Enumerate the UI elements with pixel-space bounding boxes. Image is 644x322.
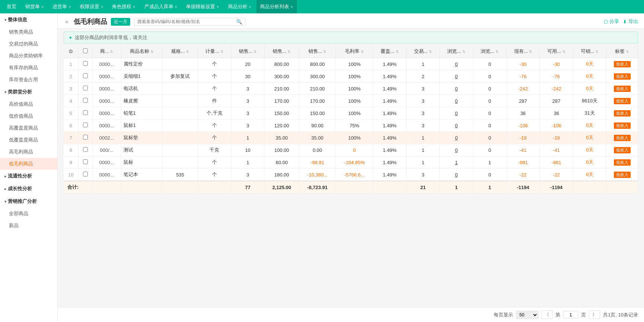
row-name[interactable]: 电话机 xyxy=(121,83,163,95)
row-checkbox[interactable] xyxy=(78,83,92,95)
row-view1[interactable]: 0 xyxy=(440,95,473,107)
row-code[interactable]: 0000... xyxy=(92,107,121,119)
close-icon[interactable]: × xyxy=(291,4,293,9)
row-code[interactable]: 0000... xyxy=(92,70,121,83)
nav-products-in[interactable]: 产成品入库单 × xyxy=(141,0,181,13)
sidebar-item-capital[interactable]: 库存资金占用 xyxy=(0,74,57,86)
row-checkbox[interactable] xyxy=(78,95,92,107)
row-name[interactable]: 笔记本 xyxy=(121,169,163,181)
nav-sales[interactable]: 销货单 × xyxy=(22,0,47,13)
row-name[interactable]: 铅笔1 xyxy=(121,107,163,119)
row-code[interactable]: 000/... xyxy=(92,144,121,156)
row-code[interactable]: 0000... xyxy=(92,58,121,70)
col-tag[interactable]: 标签 ⇅ xyxy=(606,45,638,58)
nav-analysis-list[interactable]: 商品分析列表 × xyxy=(256,0,297,13)
prev-page-btn[interactable]: 〈 xyxy=(541,310,552,319)
col-stock-available[interactable]: 可用... ⇅ xyxy=(540,45,573,58)
close-icon[interactable]: × xyxy=(249,4,251,9)
settings-icon[interactable]: ⚙ xyxy=(68,48,73,54)
next-page-btn[interactable]: 〉 xyxy=(589,310,600,319)
row-view1[interactable]: 0 xyxy=(440,169,473,181)
row-checkbox[interactable] xyxy=(78,119,92,132)
row-view1[interactable]: 0 xyxy=(440,107,473,119)
sidebar-group-growth[interactable]: ▸ 成长性分析 xyxy=(0,182,57,195)
row-checkbox[interactable] xyxy=(78,70,92,83)
close-icon[interactable]: × xyxy=(41,4,44,9)
nav-home[interactable]: 首页 xyxy=(3,0,20,13)
close-icon[interactable]: × xyxy=(101,4,103,9)
close-icon[interactable]: × xyxy=(175,4,177,9)
row-checkbox[interactable] xyxy=(78,169,92,181)
row-name[interactable]: 属性定价 xyxy=(121,58,163,70)
col-view2[interactable]: 浏览... ⇅ xyxy=(473,45,506,58)
row-view1[interactable]: 0 xyxy=(440,58,473,70)
sidebar-group-overall[interactable]: ▾ 整体信息 xyxy=(0,13,57,26)
row-name[interactable]: 鼠标1 xyxy=(121,119,163,132)
close-icon[interactable]: × xyxy=(133,4,135,9)
row-view1[interactable]: 1 xyxy=(440,156,473,169)
row-view1[interactable]: 0 xyxy=(440,83,473,95)
col-name[interactable]: 商品名称 ⇅ xyxy=(121,45,163,58)
page-size-select[interactable]: 50 100 200 xyxy=(516,311,538,319)
sidebar-item-low-margin[interactable]: 低毛利商品 xyxy=(0,158,57,170)
nav-analysis[interactable]: 商品分析 × xyxy=(224,0,255,13)
row-name[interactable]: 测试 xyxy=(121,144,163,156)
share-button[interactable]: ⬡ 分享 xyxy=(604,18,619,25)
col-code[interactable]: 商... ⇅ xyxy=(92,45,121,58)
search-input[interactable] xyxy=(137,19,236,24)
row-code[interactable]: 0002... xyxy=(92,132,121,144)
row-code[interactable]: 0000... xyxy=(92,119,121,132)
row-checkbox[interactable] xyxy=(78,132,92,144)
col-transaction[interactable]: 交易... ⇅ xyxy=(406,45,440,58)
sidebar-item-high-coverage[interactable]: 高覆盖度商品 xyxy=(0,122,57,134)
col-stock-current[interactable]: 现有... ⇅ xyxy=(506,45,540,58)
row-checkbox[interactable] xyxy=(78,107,92,119)
nav-permissions[interactable]: 权限设置 × xyxy=(76,0,107,13)
sidebar-item-sales-goods[interactable]: 销售类商品 xyxy=(0,26,57,38)
row-name[interactable]: 橡皮擦 xyxy=(121,95,163,107)
filter-tag-month[interactable]: 近一月 xyxy=(111,18,130,26)
row-code[interactable]: 0000... xyxy=(92,95,121,107)
sidebar-item-high-value[interactable]: 高价值商品 xyxy=(0,98,57,110)
sidebar-item-category-rate[interactable]: 商品分类助销率 xyxy=(0,50,57,62)
sidebar-item-all-goods[interactable]: 全部商品 xyxy=(0,208,57,220)
col-gross-margin[interactable]: 毛利率 ⇅ xyxy=(336,45,373,58)
sidebar-group-marketing[interactable]: ▾ 营销推广分析 xyxy=(0,195,57,208)
sidebar-group-circulation[interactable]: ▸ 流通性分析 xyxy=(0,170,57,182)
close-icon[interactable]: × xyxy=(68,4,71,9)
table-container[interactable]: ⚙ 商... ⇅ 商品名称 ⇅ 规格... ⇅ 计量... ⇅ 销售... ⇅ … xyxy=(58,45,644,307)
row-view1[interactable]: 0 xyxy=(440,132,473,144)
row-view1[interactable]: 0 xyxy=(440,144,473,156)
col-unit[interactable]: 计量... ⇅ xyxy=(198,45,231,58)
row-view1[interactable]: 0 xyxy=(440,119,473,132)
search-icon[interactable]: 🔍 xyxy=(236,19,242,25)
sidebar-item-low-coverage[interactable]: 低覆盖度商品 xyxy=(0,134,57,146)
row-checkbox[interactable] xyxy=(78,156,92,169)
sidebar-item-traded-goods[interactable]: 交易过的商品 xyxy=(0,38,57,50)
col-checkbox[interactable] xyxy=(78,45,92,58)
col-sales-profit[interactable]: 销售... ⇅ xyxy=(299,45,336,58)
row-code[interactable]: 0000... xyxy=(92,156,121,169)
sidebar-item-new-goods[interactable]: 新品 xyxy=(0,220,57,232)
col-view1[interactable]: 浏览... ⇅ xyxy=(440,45,473,58)
row-code[interactable]: 0000... xyxy=(92,169,121,181)
row-view1[interactable]: 0 xyxy=(440,70,473,83)
col-coverage[interactable]: 覆盖... ⇅ xyxy=(373,45,407,58)
col-settings[interactable]: ⚙ xyxy=(64,45,78,58)
nav-roles[interactable]: 角色授权 × xyxy=(108,0,139,13)
select-all-checkbox[interactable] xyxy=(83,48,88,53)
row-name[interactable]: 鼠标垫 xyxy=(121,132,163,144)
nav-purchase[interactable]: 进货单 × xyxy=(49,0,74,13)
row-checkbox[interactable] xyxy=(78,144,92,156)
close-icon[interactable]: × xyxy=(217,4,219,9)
export-button[interactable]: ⬇ 导出 xyxy=(623,18,638,25)
col-sales-count[interactable]: 销售... ⇅ xyxy=(231,45,265,58)
row-name[interactable]: 鼠标 xyxy=(121,156,163,169)
nav-template[interactable]: 单据模板设置 × xyxy=(182,0,222,13)
page-number-input[interactable] xyxy=(563,311,578,319)
row-name[interactable]: 吴细细1 xyxy=(121,70,163,83)
col-stock-saleable[interactable]: 可销... ⇅ xyxy=(573,45,606,58)
sidebar-collapse-btn[interactable]: « xyxy=(64,18,70,25)
sidebar-item-high-margin[interactable]: 高毛利商品 xyxy=(0,146,57,158)
col-sales-amount[interactable]: 销售... ⇅ xyxy=(265,45,299,58)
